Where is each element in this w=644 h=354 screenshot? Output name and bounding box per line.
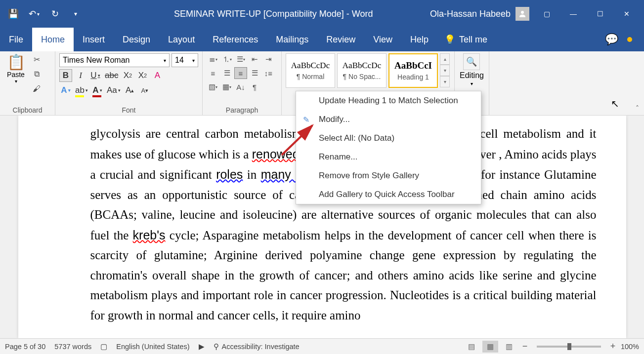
style-normal[interactable]: AaBbCcDc ¶ Normal — [286, 53, 335, 88]
menu-remove-gallery[interactable]: Remove from Style Gallery — [296, 166, 481, 185]
word-count[interactable]: 5737 words — [54, 343, 91, 351]
align-center-button[interactable]: ☰ — [220, 67, 233, 79]
style-no-spacing[interactable]: AaBbCcDc ¶ No Spac... — [337, 53, 386, 88]
format-painter-button[interactable]: 🖌 — [30, 83, 43, 95]
tab-mailings[interactable]: Mailings — [267, 28, 317, 51]
document-title: SEMINAR WRITE-UP [Compatibility Mode] - … — [174, 9, 373, 19]
close-button[interactable]: ✕ — [613, 4, 640, 23]
zoom-out-button[interactable]: − — [520, 341, 530, 352]
subscript-button[interactable]: X2 — [121, 69, 134, 82]
menu-add-qat[interactable]: Add Gallery to Quick Access Toolbar — [296, 185, 481, 204]
show-hide-button[interactable]: ¶ — [248, 81, 261, 93]
tab-insert[interactable]: Insert — [74, 28, 114, 51]
menu-update-to-match[interactable]: Update Heading 1 to Match Selection — [296, 91, 481, 110]
read-mode-button[interactable]: ▤ — [464, 341, 479, 353]
grow-font-button[interactable]: A▴ — [124, 84, 136, 97]
paragraph-group: ≣▾ ⒈▾ ☰▾ ⇤ ⇥ ≡ ☰ ≡ ☰ ↕≡ ▧▾ ▦▾ A↓ ¶ Parag… — [203, 51, 282, 115]
print-layout-button[interactable]: ▦ — [482, 341, 498, 353]
page-indicator[interactable]: Page 5 of 30 — [5, 343, 45, 351]
multilevel-button[interactable]: ☰▾ — [234, 53, 247, 65]
shrink-font-button[interactable]: A▾ — [138, 84, 151, 97]
minimize-button[interactable]: — — [560, 4, 587, 23]
search-icon: 🔍 — [463, 53, 480, 70]
align-right-button[interactable]: ≡ — [234, 67, 247, 79]
line-spacing-button[interactable]: ↕≡ — [262, 67, 275, 79]
undo-button[interactable]: ↶▾ — [25, 4, 43, 23]
zoom-slider[interactable] — [537, 346, 601, 348]
bold-button[interactable]: B — [59, 69, 72, 82]
font-group: Times New Roman▾ 14▾ B I U▾ abc X2 X2 A … — [55, 51, 203, 115]
zoom-in-button[interactable]: + — [608, 341, 618, 352]
font-size-combo[interactable]: 14▾ — [172, 53, 198, 67]
menu-rename[interactable]: Rename... — [296, 148, 481, 166]
font-name-combo[interactable]: Times New Roman▾ — [59, 53, 170, 67]
change-case-button[interactable]: Aa▾ — [106, 84, 122, 97]
tab-view[interactable]: View — [364, 28, 401, 51]
shading-button[interactable]: ▧▾ — [207, 81, 219, 93]
underline-button[interactable]: U▾ — [89, 69, 102, 82]
style-context-menu: Update Heading 1 to Match Selection ✎Mod… — [296, 91, 481, 204]
cut-button[interactable]: ✂ — [30, 53, 43, 65]
ribbon-tabs: File Home Insert Design Layout Reference… — [0, 28, 644, 51]
style-heading-1[interactable]: AaBbCcI Heading 1 — [388, 53, 438, 88]
spell-check-status[interactable]: ▢ — [100, 343, 107, 351]
font-label: Font — [59, 104, 198, 114]
title-bar: 💾 ↶▾ ↻ ▾ SEMINAR WRITE-UP [Compatibility… — [0, 0, 644, 28]
editing-button[interactable]: 🔍 Editing ▾ — [460, 53, 484, 86]
styles-gallery: AaBbCcDc ¶ Normal AaBbCcDc ¶ No Spac... … — [286, 53, 438, 88]
maximize-button[interactable]: ☐ — [587, 4, 613, 23]
paste-button[interactable]: 📋 Paste ▾ — [4, 53, 28, 95]
zoom-level[interactable]: 100% — [621, 343, 639, 351]
accessibility-icon: ⚲ — [214, 343, 219, 351]
decrease-indent-button[interactable]: ⇤ — [248, 53, 261, 65]
menu-select-all[interactable]: Select All: (No Data) — [296, 129, 481, 148]
clipboard-label: Clipboard — [4, 104, 51, 114]
tab-home[interactable]: Home — [32, 28, 74, 51]
superscript-button[interactable]: X2 — [136, 69, 149, 82]
menu-modify[interactable]: ✎Modify... — [296, 110, 481, 129]
strikethrough-button[interactable]: abc — [104, 69, 119, 82]
web-layout-button[interactable]: ▥ — [501, 341, 517, 353]
accessibility-status[interactable]: ⚲Accessibility: Investigate — [214, 343, 300, 351]
qat-customize-button[interactable]: ▾ — [66, 4, 85, 23]
tell-me-search[interactable]: 💡 Tell me — [437, 28, 494, 51]
svg-point-0 — [521, 11, 524, 14]
sort-button[interactable]: A↓ — [234, 81, 247, 93]
tab-file[interactable]: File — [0, 28, 32, 51]
styles-scroll-up[interactable]: ▴ — [440, 53, 450, 65]
save-button[interactable]: 💾 — [4, 4, 23, 23]
tab-review[interactable]: Review — [317, 28, 364, 51]
bullets-button[interactable]: ≣▾ — [207, 53, 219, 65]
increase-indent-button[interactable]: ⇥ — [262, 53, 275, 65]
styles-scroll-down[interactable]: ▾ — [440, 65, 450, 76]
font-color-button[interactable]: A▾ — [91, 84, 104, 97]
copy-button[interactable]: ⧉ — [30, 68, 43, 80]
justify-button[interactable]: ☰ — [248, 67, 261, 79]
user-name: Ola-Hassan Habeeb — [430, 9, 511, 19]
notification-dot-icon — [627, 37, 632, 42]
styles-scroll: ▴ ▾ ▾ — [440, 53, 450, 88]
language-status[interactable]: English (United States) — [116, 343, 189, 351]
numbering-button[interactable]: ⒈▾ — [220, 53, 233, 65]
comments-icon[interactable]: 💬 — [605, 33, 618, 46]
tab-help[interactable]: Help — [401, 28, 437, 51]
borders-button[interactable]: ▦▾ — [220, 81, 233, 93]
user-account[interactable]: Ola-Hassan Habeeb — [430, 7, 529, 21]
text-effects-button[interactable]: A▾ — [59, 84, 72, 97]
styles-expand[interactable]: ▾ — [440, 76, 450, 87]
clear-formatting-button[interactable]: A — [151, 69, 164, 82]
redo-button[interactable]: ↻ — [45, 4, 64, 23]
clipboard-icon: 📋 — [7, 53, 25, 71]
ribbon-display-button[interactable]: ▢ — [533, 4, 560, 23]
tab-layout[interactable]: Layout — [159, 28, 204, 51]
highlight-button[interactable]: ab▾ — [74, 84, 89, 97]
cursor-icon: ↖ — [611, 98, 619, 110]
align-left-button[interactable]: ≡ — [207, 67, 219, 79]
macro-status[interactable]: ▶ — [199, 343, 205, 351]
tab-design[interactable]: Design — [114, 28, 159, 51]
italic-button[interactable]: I — [74, 69, 87, 82]
collapse-ribbon-button[interactable]: ˄ — [636, 104, 639, 112]
clipboard-group: 📋 Paste ▾ ✂ ⧉ 🖌 Clipboard — [0, 51, 55, 115]
tab-references[interactable]: References — [204, 28, 267, 51]
avatar-icon — [515, 7, 529, 21]
